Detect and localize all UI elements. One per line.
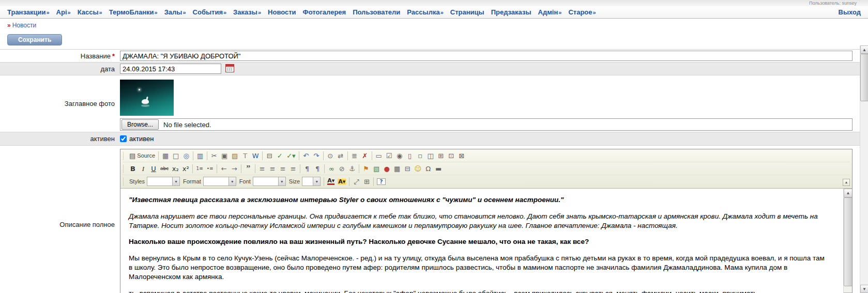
size-select[interactable]: ▾ bbox=[302, 177, 321, 186]
editor-scroll-up-button[interactable]: ▲ bbox=[844, 189, 852, 197]
menu-item-predzakazy[interactable]: Предзаказы bbox=[491, 8, 531, 16]
breadcrumb: »Новости bbox=[0, 19, 868, 30]
calendar-icon[interactable] bbox=[225, 64, 234, 72]
subscript-button[interactable]: x₂ bbox=[170, 163, 180, 174]
menu-item-admin[interactable]: Адмін» bbox=[538, 8, 562, 16]
anchor-icon[interactable]: ⚓ bbox=[347, 163, 357, 174]
align-justify-icon[interactable]: ≡ bbox=[288, 163, 298, 174]
menu-item-termoblanki[interactable]: ТермоБланки» bbox=[109, 8, 158, 16]
text-color-icon[interactable]: A▾ bbox=[326, 176, 336, 187]
select-all-icon[interactable]: ≣ bbox=[349, 150, 360, 161]
blockquote-icon[interactable]: ” bbox=[243, 163, 253, 174]
title-input[interactable] bbox=[120, 51, 852, 61]
page-scroll-down-button[interactable]: ▼ bbox=[860, 285, 868, 293]
special-char-icon[interactable]: Ω bbox=[423, 163, 433, 174]
underline-button[interactable]: U bbox=[148, 163, 159, 174]
description-field-cell: ▤Source▦□◎▥✂▣▨TW⊟✓✓▾↶↷⊙⇄≣✗▭☑◉▯▫◫⊞⊡⊠ BIUa… bbox=[120, 146, 860, 293]
editor-scrollbar[interactable]: ▲ ▼ bbox=[843, 189, 852, 293]
paste-text-icon[interactable]: T bbox=[240, 150, 250, 161]
redo-icon[interactable]: ↷ bbox=[311, 150, 322, 161]
bold-button[interactable]: B bbox=[128, 163, 138, 174]
image-icon[interactable]: ▧ bbox=[371, 163, 382, 174]
flash-icon[interactable]: ● bbox=[382, 163, 392, 174]
menu-item-zakazy[interactable]: Заказы» bbox=[233, 8, 261, 16]
browse-button[interactable]: Browse... bbox=[121, 119, 159, 130]
menu-item-transakcii[interactable]: Транзакции» bbox=[7, 8, 50, 16]
source-button[interactable]: ▤Source bbox=[128, 150, 157, 161]
align-right-icon[interactable]: ≡ bbox=[278, 163, 288, 174]
date-input[interactable] bbox=[120, 64, 221, 74]
page-scrollbar[interactable]: ▲ ▼ bbox=[860, 45, 868, 293]
menu-item-rassylka[interactable]: Рассылка» bbox=[407, 8, 443, 16]
bulleted-list-icon[interactable]: •≡ bbox=[205, 163, 215, 174]
checkbox-field-icon[interactable]: ☑ bbox=[384, 150, 394, 161]
cut-icon[interactable]: ✂ bbox=[209, 150, 219, 161]
maximize-icon[interactable]: ⤢ bbox=[351, 176, 361, 187]
print-icon[interactable]: ⊟ bbox=[264, 150, 275, 161]
flag-icon[interactable]: ⚑ bbox=[361, 163, 371, 174]
editor-content-area[interactable]: "Известная певица рассказала в эксклюзив… bbox=[120, 189, 852, 293]
logout-link[interactable]: Выход bbox=[839, 8, 861, 16]
menu-item-kassy[interactable]: Кассы» bbox=[78, 8, 102, 16]
scayt-icon[interactable]: ✓▾ bbox=[285, 150, 297, 161]
radio-field-icon[interactable]: ◉ bbox=[394, 150, 405, 161]
styles-select[interactable]: ▾ bbox=[147, 177, 180, 186]
breadcrumb-link-news[interactable]: Новости bbox=[12, 22, 36, 29]
text-field-icon[interactable]: ▯ bbox=[405, 150, 415, 161]
form-icon[interactable]: ▭ bbox=[374, 150, 384, 161]
button-field-icon[interactable]: ⊞ bbox=[436, 150, 446, 161]
unlink-icon[interactable]: ⊘ bbox=[337, 163, 347, 174]
menu-item-staroe[interactable]: Старое» bbox=[568, 8, 596, 16]
menu-item-polzovateli[interactable]: Пользователи bbox=[353, 8, 400, 16]
bg-color-icon[interactable]: A▾ bbox=[336, 176, 347, 187]
strike-button[interactable]: abc bbox=[159, 163, 170, 174]
spellcheck-icon[interactable]: ✓ bbox=[275, 150, 285, 161]
image-button-icon[interactable]: ⊡ bbox=[446, 150, 456, 161]
link-icon[interactable]: ∞ bbox=[326, 163, 337, 174]
copy-icon[interactable]: ▣ bbox=[219, 150, 230, 161]
replace-icon[interactable]: ⇄ bbox=[336, 150, 346, 161]
show-blocks-icon[interactable]: ⊞ bbox=[361, 176, 372, 187]
page-scroll-thumb[interactable] bbox=[860, 54, 868, 101]
align-left-icon[interactable]: ≡ bbox=[257, 163, 267, 174]
outdent-icon[interactable]: ← bbox=[219, 163, 229, 174]
menu-item-stranicy[interactable]: Страницы bbox=[450, 8, 484, 16]
save-icon[interactable]: ▦ bbox=[160, 150, 171, 161]
table-icon[interactable]: ▦ bbox=[392, 163, 402, 174]
menu-item-api[interactable]: Api» bbox=[56, 8, 71, 16]
paste-icon[interactable]: ▨ bbox=[230, 150, 240, 161]
hr-icon[interactable]: ⊟ bbox=[402, 163, 413, 174]
superscript-button[interactable]: x² bbox=[180, 163, 191, 174]
undo-icon[interactable]: ↶ bbox=[301, 150, 311, 161]
smiley-icon[interactable]: ☺ bbox=[413, 163, 423, 174]
menu-item-fotogalereya[interactable]: Фотогалерея bbox=[303, 8, 346, 16]
align-center-icon[interactable]: ≡ bbox=[267, 163, 278, 174]
menu-item-zaly[interactable]: Залы» bbox=[164, 8, 186, 16]
numbered-list-icon[interactable]: 1≡ bbox=[194, 163, 205, 174]
italic-button[interactable]: I bbox=[138, 163, 148, 174]
toolbar-collapse-button[interactable]: ▴ bbox=[843, 179, 850, 186]
select-field-icon[interactable]: ◫ bbox=[425, 150, 436, 161]
new-page-icon[interactable]: □ bbox=[171, 150, 181, 161]
paste-word-icon[interactable]: W bbox=[250, 150, 261, 161]
format-select[interactable]: ▾ bbox=[203, 177, 236, 186]
smiley-icon-glyph: ☺ bbox=[414, 165, 421, 172]
about-icon[interactable]: ? bbox=[375, 176, 387, 187]
page-break-icon[interactable]: ▬ bbox=[433, 163, 444, 174]
ltr-icon[interactable]: ¶ bbox=[302, 163, 312, 174]
menu-item-sobytiya[interactable]: События» bbox=[193, 8, 227, 16]
preview-icon[interactable]: ◎ bbox=[181, 150, 191, 161]
find-icon[interactable]: ⊙ bbox=[325, 150, 336, 161]
active-checkbox[interactable] bbox=[120, 135, 127, 142]
rtl-icon[interactable]: ¶ bbox=[312, 163, 323, 174]
menu-item-novosti[interactable]: Новости bbox=[268, 8, 296, 16]
hidden-field-icon[interactable]: ⊠ bbox=[456, 150, 467, 161]
font-select[interactable]: ▾ bbox=[253, 177, 286, 186]
remove-format-icon[interactable]: ✗ bbox=[360, 150, 370, 161]
indent-icon[interactable]: → bbox=[229, 163, 239, 174]
save-button[interactable]: Сохранить bbox=[7, 34, 62, 45]
textarea-field-icon[interactable]: ▫ bbox=[415, 150, 425, 161]
editor-scroll-thumb[interactable] bbox=[844, 197, 852, 286]
page-scroll-up-button[interactable]: ▲ bbox=[860, 45, 868, 54]
templates-icon[interactable]: ▥ bbox=[195, 150, 205, 161]
